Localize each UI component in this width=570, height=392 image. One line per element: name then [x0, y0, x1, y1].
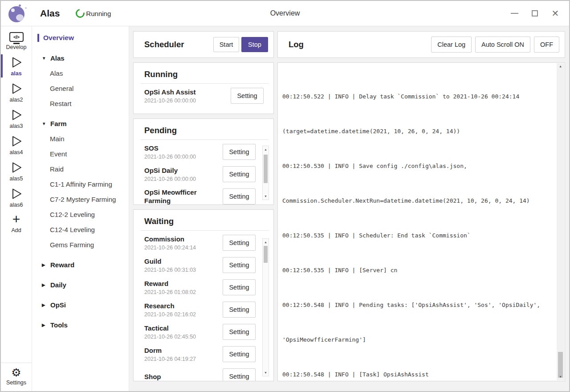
task-setting-button[interactable]: Setting: [223, 279, 256, 295]
task-setting-button[interactable]: Setting: [223, 166, 256, 182]
nav-item-label: Event: [50, 150, 67, 158]
nav-item[interactable]: ▶ Daily: [32, 277, 129, 292]
rail-item-instance[interactable]: alas4: [1, 132, 32, 157]
main-content: Scheduler Start Stop Running OpSi Ash As…: [129, 26, 569, 391]
scroll-thumb[interactable]: [264, 246, 268, 263]
scroll-down-icon[interactable]: ▼: [263, 193, 269, 199]
task-next-run-time: 2021-10-26 00:00:00: [144, 154, 196, 160]
nav-item[interactable]: ▶ OpSi: [32, 297, 129, 312]
nav-item[interactable]: Gems Farming: [32, 237, 129, 252]
nav-item[interactable]: General: [32, 81, 129, 96]
app-title: Alas: [40, 8, 60, 19]
nav-item[interactable]: Raid: [32, 161, 129, 176]
task-next-run-time: 2021-10-26 00:00:00: [144, 98, 196, 104]
config-nav: Overview ▼ Alas Alas General: [32, 26, 129, 391]
stop-button[interactable]: Stop: [241, 37, 268, 52]
expand-arrow-icon: ▶: [42, 262, 47, 267]
status-label: Running: [86, 10, 111, 17]
nav-item[interactable]: Restart: [32, 96, 129, 111]
pending-scrollbar[interactable]: ▲ ▼: [262, 146, 269, 200]
nav-item[interactable]: ▶ Tools: [32, 317, 129, 332]
scheduler-panel: Scheduler Start Stop: [133, 31, 274, 58]
app-window: Alas Running Overview ✕ </> Develop: [0, 0, 570, 392]
scroll-up-icon[interactable]: ▲: [263, 147, 269, 152]
task-setting-button[interactable]: Setting: [223, 144, 256, 160]
task-setting-button[interactable]: Setting: [223, 257, 256, 273]
nav-item[interactable]: Overview: [32, 30, 129, 45]
code-monitor-icon: </>: [9, 31, 24, 43]
scroll-up-icon[interactable]: ▲: [557, 64, 564, 69]
minimize-button[interactable]: [504, 4, 525, 23]
rail-item-settings[interactable]: ⚙ Settings: [1, 363, 32, 390]
waiting-panel: Waiting Commission 2021-10-26 00:24:14 S…: [133, 209, 274, 381]
nav-item[interactable]: C1-1 Affinity Farming: [32, 176, 129, 192]
nav-item[interactable]: ▼ Farm: [32, 116, 129, 131]
task-setting-button[interactable]: Setting: [223, 324, 256, 340]
task-setting-button[interactable]: Setting: [223, 346, 256, 362]
log-scrollbar[interactable]: ▲ ▼: [557, 63, 564, 380]
task-setting-button[interactable]: Setting: [223, 235, 256, 251]
rail-item-instance[interactable]: alas3: [1, 106, 32, 131]
nav-item[interactable]: ▶ Reward: [32, 257, 129, 272]
nav-item-label: Farm: [50, 120, 67, 127]
nav-item-label: Gems Farming: [50, 241, 94, 249]
nav-item[interactable]: Alas: [32, 65, 129, 81]
maximize-icon: [532, 10, 538, 16]
waiting-scrollbar[interactable]: ▲ ▼: [262, 238, 269, 376]
task-next-run-time: 2021-10-26 00:24:14: [144, 245, 196, 251]
scheduler-status: Running: [76, 9, 111, 18]
task-name: OpSi Meowfficer Farming: [144, 188, 211, 205]
play-icon: [10, 187, 23, 200]
play-icon: [10, 161, 23, 174]
log-line: 00:12:50.548 | INFO | Pending tasks: ['O…: [282, 301, 552, 310]
rail-item-instance[interactable]: alas2: [1, 80, 32, 105]
task-setting-button[interactable]: Setting: [223, 188, 256, 204]
start-button[interactable]: Start: [213, 37, 239, 52]
rail-item-instance[interactable]: alas: [1, 53, 32, 78]
autoscroll-off-button[interactable]: OFF: [534, 37, 559, 53]
clear-log-button[interactable]: Clear Log: [431, 37, 472, 53]
nav-item[interactable]: Event: [32, 146, 129, 161]
nav-item-label: General: [50, 85, 73, 92]
task-name: Commission: [144, 235, 196, 243]
nav-item[interactable]: C12-4 Leveling: [32, 222, 129, 237]
scroll-up-icon[interactable]: ▲: [263, 239, 269, 245]
autoscroll-on-button[interactable]: Auto Scroll ON: [475, 37, 530, 53]
nav-item-label: Overview: [43, 34, 74, 42]
rail-item-add[interactable]: + Add: [1, 211, 32, 235]
nav-item-label: C1-1 Affinity Farming: [50, 180, 112, 188]
rail-item-develop[interactable]: </> Develop: [1, 29, 32, 52]
nav-item-label: Tools: [50, 321, 68, 329]
task-row: Reward 2021-10-26 01:08:02 Setting: [144, 276, 256, 298]
window-controls: ✕: [504, 1, 566, 26]
maximize-button[interactable]: [525, 4, 545, 23]
rail-item-label: alas2: [10, 97, 23, 103]
scroll-down-icon[interactable]: ▼: [557, 374, 564, 380]
log-line: Commission.Scheduler.NextRun=datetime.da…: [282, 196, 552, 205]
rail-item-instance[interactable]: alas6: [1, 185, 32, 210]
nav-item-label: C12-2 Leveling: [50, 211, 95, 218]
task-name: Research: [144, 302, 196, 310]
nav-item[interactable]: C7-2 Mystery Farming: [32, 192, 129, 207]
task-setting-button[interactable]: Setting: [223, 302, 256, 318]
task-setting-button[interactable]: Setting: [231, 88, 264, 104]
close-button[interactable]: ✕: [545, 4, 566, 23]
rail-item-instance[interactable]: alas5: [1, 159, 32, 184]
task-setting-button[interactable]: Setting: [223, 368, 256, 381]
log-line: (target=datetime.datetime(2021, 10, 26, …: [282, 127, 552, 136]
nav-item-label: OpSi: [50, 301, 66, 309]
log-panel-header: Log Clear Log Auto Scroll ON OFF: [277, 31, 565, 58]
pending-panel: Pending SOS 2021-10-26 00:00:00 Setting: [133, 118, 274, 205]
task-row: Commission 2021-10-26 00:24:14 Setting: [144, 232, 256, 254]
instance-rail: </> Develop alas: [1, 26, 32, 391]
nav-item-label: Alas: [50, 69, 63, 77]
nav-item[interactable]: Main: [32, 131, 129, 146]
nav-item[interactable]: ▼ Alas: [32, 50, 129, 65]
scroll-thumb[interactable]: [264, 155, 268, 183]
scroll-down-icon[interactable]: ▼: [263, 370, 269, 376]
running-title: Running: [134, 63, 273, 83]
task-next-run-time: 2021-10-26 00:00:00: [144, 176, 196, 182]
nav-item[interactable]: C12-2 Leveling: [32, 207, 129, 222]
task-name: Tactical: [144, 324, 196, 332]
task-name: OpSi Ash Assist: [144, 88, 196, 96]
